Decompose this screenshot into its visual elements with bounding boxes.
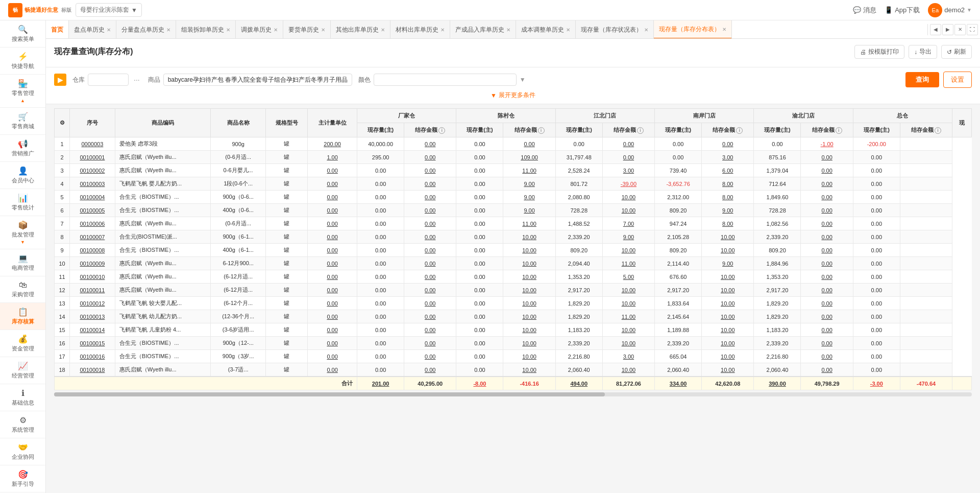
table-cell[interactable]: 0.00	[308, 323, 357, 337]
close-icon[interactable]: ✕	[381, 27, 385, 33]
table-cell[interactable]: 1.00	[308, 151, 357, 164]
footer-na-qty[interactable]: 334.00	[655, 377, 702, 390]
table-cell[interactable]: 10.00	[602, 284, 654, 297]
table-cell[interactable]: 11.00	[503, 217, 555, 230]
close-icon[interactable]: ✕	[166, 27, 170, 33]
table-cell[interactable]: 00100016	[70, 350, 115, 363]
expand-more-btn[interactable]: ▼ 展开更多条件	[54, 91, 972, 100]
table-cell[interactable]: 0.00	[801, 230, 853, 244]
table-cell[interactable]: 10.00	[503, 337, 555, 350]
table-cell[interactable]: 00100010	[70, 270, 115, 284]
sidebar-item-collab[interactable]: 🤝 企业协同	[0, 438, 45, 465]
app-download-btn[interactable]: 📱 App下载	[885, 6, 920, 15]
sidebar-item-purchase[interactable]: 🛍 采购管理	[0, 276, 45, 303]
table-cell[interactable]: 0.00	[801, 337, 853, 350]
user-area[interactable]: Ea demo2 ▼	[928, 3, 972, 17]
color-input[interactable]	[374, 74, 517, 86]
sidebar-item-retail-stats[interactable]: 📊 零售统计	[0, 189, 45, 216]
footer-chencun-qty[interactable]: -8.00	[456, 377, 503, 390]
table-cell[interactable]: 00100012	[70, 297, 115, 310]
table-cell[interactable]: 9.00	[503, 177, 555, 191]
table-cell[interactable]: 00100011	[70, 284, 115, 297]
sidebar-item-quick-nav[interactable]: ⚡ 快捷导航	[0, 48, 45, 75]
table-cell[interactable]: 0.00	[801, 151, 853, 164]
table-cell[interactable]: 10.00	[702, 297, 754, 310]
tab-other-out[interactable]: 其他出库单历史 ✕	[331, 20, 390, 38]
table-cell[interactable]: 0.00	[308, 284, 357, 297]
table-cell[interactable]: 9.00	[702, 257, 754, 270]
close-icon[interactable]: ✕	[506, 27, 510, 33]
table-cell[interactable]: 0.00	[801, 363, 853, 377]
footer-yb-qty[interactable]: 390.00	[754, 377, 801, 390]
table-cell[interactable]: 0.00	[801, 297, 853, 310]
table-cell[interactable]: 0.00	[801, 284, 853, 297]
table-cell[interactable]: 0.00	[308, 337, 357, 350]
table-cell[interactable]: 0.00	[801, 177, 853, 191]
table-cell[interactable]: 00100015	[70, 337, 115, 350]
table-cell[interactable]: 9.00	[702, 204, 754, 217]
table-cell[interactable]: 10.00	[602, 337, 654, 350]
sidebar-item-retail-mall[interactable]: 🛒 零售商城	[0, 108, 45, 135]
tab-expand-btn[interactable]: ⛶	[967, 24, 978, 35]
table-cell[interactable]: 00100007	[70, 230, 115, 244]
table-cell[interactable]: 7.00	[602, 217, 654, 230]
table-cell[interactable]: 0.00	[404, 137, 456, 151]
warehouse-input[interactable]	[88, 74, 129, 86]
table-cell[interactable]: 10.00	[503, 323, 555, 337]
footer-zc-qty[interactable]: -3.00	[853, 377, 900, 390]
tab-stock-status[interactable]: 现存量（库存状况表） ✕	[576, 20, 654, 38]
sidebar-item-marketing[interactable]: 📢 营销推广	[0, 135, 45, 162]
table-cell[interactable]: 5.00	[602, 270, 654, 284]
table-cell[interactable]: 0.00	[801, 204, 853, 217]
tab-material-out[interactable]: 材料出库单历史 ✕	[390, 20, 450, 38]
table-cell[interactable]: 00100018	[70, 363, 115, 377]
warehouse-more-btn[interactable]: ···	[132, 76, 142, 84]
sidebar-item-ecommerce[interactable]: 💻 电商管理	[0, 249, 45, 276]
table-cell[interactable]: 0.00	[308, 363, 357, 377]
table-cell[interactable]: 10.00	[503, 297, 555, 310]
table-cell[interactable]: 0.00	[801, 217, 853, 230]
table-cell[interactable]: 0.00	[308, 270, 357, 284]
tab-production-in[interactable]: 产成品入库单历史 ✕	[450, 20, 516, 38]
tab-order[interactable]: 要货单历史 ✕	[283, 20, 331, 38]
sidebar-item-finance[interactable]: 💰 资金管理	[0, 330, 45, 357]
close-icon[interactable]: ✕	[722, 27, 726, 32]
setting-btn[interactable]: 设置	[943, 72, 972, 88]
table-cell[interactable]: 3.00	[702, 151, 754, 164]
table-cell[interactable]: 0.00	[308, 164, 357, 177]
table-cell[interactable]: 10.00	[503, 244, 555, 257]
close-icon[interactable]: ✕	[226, 27, 230, 33]
table-cell[interactable]: 10.00	[602, 323, 654, 337]
close-icon[interactable]: ✕	[274, 27, 278, 33]
table-cell[interactable]: -39.00	[602, 177, 654, 191]
table-cell[interactable]: 10.00	[702, 284, 754, 297]
info-icon[interactable]: i	[736, 127, 743, 134]
tab-home[interactable]: 首页	[46, 20, 69, 38]
table-cell[interactable]: 11.00	[602, 257, 654, 270]
scrollbar-area[interactable]	[54, 392, 972, 396]
table-cell[interactable]: 9.00	[602, 230, 654, 244]
table-cell[interactable]: 00100013	[70, 310, 115, 323]
tab-cost-adjust[interactable]: 成本调整单历史 ✕	[516, 20, 576, 38]
table-cell[interactable]: 0.00	[308, 217, 357, 230]
table-cell[interactable]: 00100002	[70, 164, 115, 177]
table-cell[interactable]: 0.00	[801, 164, 853, 177]
table-cell[interactable]: 00100009	[70, 257, 115, 270]
table-cell[interactable]: 0.00	[404, 297, 456, 310]
table-cell[interactable]: 0.00	[404, 323, 456, 337]
table-cell[interactable]: 0.00	[404, 257, 456, 270]
tab-stock-dist[interactable]: 现存量（库存分布表） ✕	[654, 20, 732, 38]
table-cell[interactable]: 0.00	[404, 177, 456, 191]
footer-jb-qty[interactable]: 494.00	[555, 377, 602, 390]
table-cell[interactable]: 0.00	[404, 204, 456, 217]
table-cell[interactable]: 0.00	[308, 204, 357, 217]
table-cell[interactable]: 0.00	[404, 191, 456, 204]
table-cell[interactable]: 0.00	[308, 191, 357, 204]
table-cell[interactable]: 0.00	[602, 151, 654, 164]
sidebar-item-wholesale[interactable]: 📦 批发管理 ▼	[0, 216, 45, 249]
tab-transfer[interactable]: 调拨单历史 ✕	[236, 20, 283, 38]
table-cell[interactable]: 8.00	[702, 191, 754, 204]
tab-next-btn[interactable]: ▶	[942, 24, 953, 35]
table-cell[interactable]: 00100001	[70, 151, 115, 164]
table-cell[interactable]: 10.00	[503, 257, 555, 270]
